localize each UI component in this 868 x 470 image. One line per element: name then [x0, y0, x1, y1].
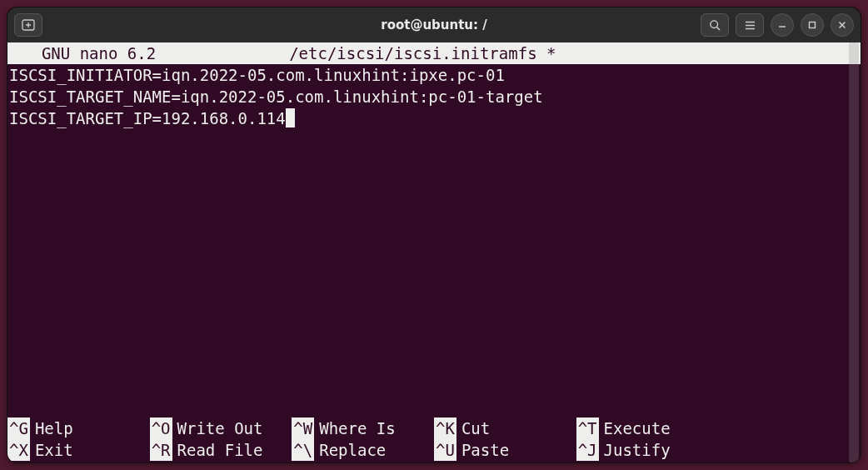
- shortcut-label: Write Out: [172, 418, 263, 439]
- nano-shortcuts: ^GHelp ^OWrite Out ^WWhere Is ^KCut ^TEx…: [7, 418, 861, 462]
- shortcut-label: Where Is: [314, 418, 396, 439]
- close-button[interactable]: [831, 13, 854, 37]
- shortcut-label: Justify: [599, 439, 671, 461]
- titlebar: root@ubuntu: /: [7, 8, 861, 42]
- minimize-button[interactable]: [771, 13, 794, 37]
- shortcut-cut: ^KCut: [434, 418, 576, 439]
- new-tab-icon: [22, 19, 35, 31]
- shortcut-label: Paste: [456, 439, 509, 461]
- nano-filename: /etc/iscsi/iscsi.initramfs *: [156, 42, 861, 64]
- editor-line: ISCSI_TARGET_NAME=iqn.2022-05.com.linuxh…: [9, 88, 543, 106]
- new-tab-button[interactable]: [14, 13, 42, 37]
- shortcut-key: ^\: [292, 439, 314, 461]
- shortcut-key: ^G: [7, 418, 30, 439]
- shortcut-label: Replace: [314, 439, 386, 461]
- scrollbar[interactable]: [849, 42, 859, 462]
- menu-button[interactable]: [736, 13, 764, 37]
- editor-content[interactable]: ISCSI_INITIATOR=iqn.2022-05.com.linuxhin…: [7, 64, 861, 418]
- search-icon: [709, 19, 721, 32]
- shortcut-key: ^T: [576, 418, 599, 439]
- svg-point-3: [710, 20, 717, 28]
- shortcut-key: ^X: [7, 439, 30, 461]
- shortcut-exit: ^XExit: [7, 439, 150, 461]
- editor-line: ISCSI_TARGET_IP=192.168.0.114: [9, 109, 286, 128]
- terminal-body[interactable]: GNU nano 6.2 /etc/iscsi/iscsi.initramfs …: [7, 42, 861, 462]
- shortcut-help: ^GHelp: [7, 418, 150, 439]
- close-icon: [837, 20, 847, 30]
- maximize-button[interactable]: [801, 13, 824, 37]
- terminal-window: root@ubuntu: /: [7, 7, 861, 463]
- hamburger-icon: [744, 19, 756, 32]
- shortcut-replace: ^\Replace: [292, 439, 434, 461]
- shortcut-label: Help: [30, 418, 73, 439]
- shortcut-key: ^J: [576, 439, 599, 461]
- shortcut-key: ^U: [434, 439, 456, 461]
- shortcut-writeout: ^OWrite Out: [150, 418, 292, 439]
- maximize-icon: [807, 20, 817, 30]
- search-button[interactable]: [701, 13, 729, 37]
- editor-line: ISCSI_INITIATOR=iqn.2022-05.com.linuxhin…: [9, 66, 505, 84]
- shortcut-label: Execute: [599, 418, 671, 439]
- shortcut-label: Cut: [456, 418, 490, 439]
- shortcut-justify: ^JJustify: [576, 439, 719, 461]
- shortcut-label: Read File: [172, 439, 263, 461]
- shortcut-key: ^W: [292, 418, 314, 439]
- nano-header: GNU nano 6.2 /etc/iscsi/iscsi.initramfs …: [7, 42, 861, 64]
- cursor: [286, 108, 295, 128]
- svg-line-4: [716, 27, 720, 30]
- shortcut-whereis: ^WWhere Is: [292, 418, 434, 439]
- shortcut-key: ^R: [150, 439, 172, 461]
- shortcut-key: ^O: [150, 418, 172, 439]
- scrollbar-track: [849, 42, 859, 462]
- shortcut-paste: ^UPaste: [434, 439, 576, 461]
- nano-version: GNU nano 6.2: [7, 42, 156, 64]
- shortcut-execute: ^TExecute: [576, 418, 719, 439]
- minimize-icon: [777, 20, 787, 30]
- shortcut-key: ^K: [434, 418, 456, 439]
- svg-rect-9: [810, 22, 816, 28]
- shortcut-readfile: ^RRead File: [150, 439, 292, 461]
- scrollbar-thumb[interactable]: [849, 42, 859, 462]
- shortcut-label: Exit: [30, 439, 73, 461]
